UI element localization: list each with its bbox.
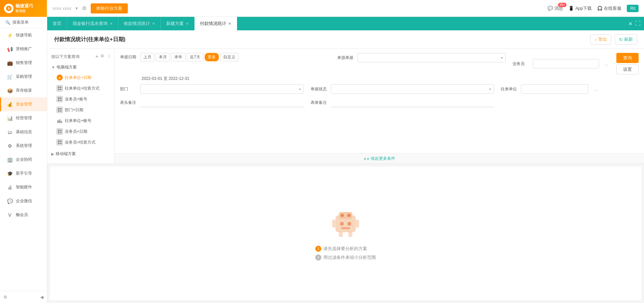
dept-select[interactable]: ▾ (140, 84, 304, 94)
header-note-item: 表头备注 (120, 98, 304, 107)
page-header: 付款情况统计(往来单位+日期) ↑ 导出 ↻ 刷新 (47, 30, 644, 49)
collapse-label: 收起更多条件 (371, 156, 395, 161)
guide-icon: 🎓 (6, 171, 13, 176)
scheme-item-1[interactable]: 往来单位+结算方式 (47, 83, 114, 94)
salesperson-dots[interactable]: ... (602, 60, 611, 67)
date-btn-this-month[interactable]: 本月 (156, 53, 170, 61)
export-icon: ↑ (595, 37, 597, 42)
date-btn-7days[interactable]: 近7天 (187, 53, 203, 61)
sidebar-label-purchase: 采购管理 (16, 74, 32, 80)
settings-button[interactable]: 设置 (616, 64, 639, 74)
refresh-label: 刷新 (624, 36, 633, 42)
sidebar-item-purchase[interactable]: 🛒 采购管理 (0, 70, 47, 84)
voucher-status-select[interactable]: ▾ (331, 84, 494, 94)
tab-payment[interactable]: 付款情况统计 ✕ (195, 17, 237, 30)
footer-settings-icon[interactable]: ⚙ (3, 295, 7, 300)
sidebar-item-basic[interactable]: 🗂 基础信息 (0, 125, 47, 139)
sidebar-item-finance[interactable]: 💰 资金管理 (0, 97, 47, 111)
counterpart-dots[interactable]: ... (591, 86, 600, 93)
sidebar-item-marketing[interactable]: 📢 营销推广 (0, 42, 47, 56)
sidebar-logo: 6 畅捷通巧 标准版 (0, 0, 47, 17)
query-button[interactable]: 查询 (616, 53, 639, 63)
condition-row-2: 部门 ▾ 单据状态 ▾ (120, 84, 639, 94)
voucher-status-item: 单据状态 ▾ (311, 84, 494, 94)
scheme-settings-icon[interactable]: ⚙ (100, 54, 104, 60)
source-item: 来源单据 ▾ (337, 53, 505, 62)
sidebar-item-system[interactable]: ⚙ 系统管理 (0, 139, 47, 153)
sidebar-item-inventory[interactable]: 📦 库存核算 (0, 84, 47, 97)
scheme-item-0[interactable]: ● 往来单位+日期 (47, 72, 114, 83)
search-menu[interactable]: 🔍 搜索菜单 (0, 17, 47, 28)
search-icon: 🔍 (5, 20, 10, 25)
sidebar-item-wechat[interactable]: 💬 企业微信 (0, 194, 47, 208)
system-icon: ⚙ (6, 143, 13, 149)
desktop-section-title[interactable]: ▼ 电脑端方案 (47, 62, 114, 72)
trial-button[interactable]: 体验行业方案 (91, 3, 128, 13)
date-btn-this-year[interactable]: 本年 (171, 53, 185, 61)
scheme-label-4: 往来单位+账号 (65, 118, 91, 124)
tab-maximize-icon[interactable]: ⛶ (635, 21, 641, 27)
salesperson-item: 业务员 ... 查询 设置 (513, 53, 639, 74)
tab-newplan[interactable]: 新建方案 ✕ (161, 17, 195, 30)
source-label: 来源单据 (337, 55, 355, 61)
sales-icon: 💼 (6, 60, 13, 66)
topbar-gear-icon[interactable]: ⚙ (82, 5, 87, 11)
date-range-display: 2022-01-01 至 2022-12-31 (120, 76, 639, 82)
scheme-collapse-icon[interactable]: 《 (106, 54, 110, 60)
scheme-icon-4 (57, 118, 63, 124)
export-button[interactable]: ↑ 导出 (590, 34, 612, 44)
scheme-item-5[interactable]: 业务员+日期 (47, 126, 114, 137)
body-note-input[interactable] (331, 98, 494, 107)
sidebar-item-operations[interactable]: 📊 经营管理 (0, 111, 47, 125)
date-btn-last-month[interactable]: 上月 (140, 53, 154, 61)
sidebar-label-guide: 新手引导 (16, 171, 32, 176)
tab-receivable-close[interactable]: ✕ (152, 22, 155, 26)
date-buttons: 上月 本月 本年 近7天 更多 自定义 (140, 53, 330, 61)
sidebar-item-sales[interactable]: 💼 销售管理 (0, 56, 47, 70)
online-service-btn[interactable]: 🎧 在线客服 (597, 5, 621, 11)
source-select[interactable]: ▾ (357, 53, 505, 62)
scheme-item-4[interactable]: 往来单位+账号 (47, 115, 114, 126)
finance-icon: 💰 (6, 102, 13, 107)
sidebar-label-hardware: 智能硬件 (16, 184, 32, 190)
tab-cashflow[interactable]: 现金银行流水查询 ✕ (67, 17, 118, 30)
marketing-icon: 📢 (6, 47, 13, 52)
tab-receivable[interactable]: 收款情况统计 ✕ (118, 17, 161, 30)
scheme-item-3[interactable]: 部门+日期 (47, 104, 114, 115)
tab-newplan-label: 新建方案 (166, 21, 184, 27)
scheme-item-2[interactable]: 业务员+账号 (47, 94, 114, 104)
tabbar-actions: ✕ ⛶ (625, 17, 644, 30)
content-area: 付款情况统计(往来单位+日期) ↑ 导出 ↻ 刷新 按以下方案查询 + (47, 30, 644, 303)
tab-newplan-close[interactable]: ✕ (186, 22, 189, 26)
app-download-btn[interactable]: 📱 App下载 (568, 5, 592, 11)
sidebar-item-vip[interactable]: V 畅会员 (0, 208, 47, 222)
tab-home[interactable]: 首页 (47, 17, 67, 30)
sidebar-label-vip: 畅会员 (16, 212, 28, 218)
footer-collapse-icon[interactable]: ◀ (40, 295, 43, 300)
counterpart-select[interactable] (521, 84, 588, 94)
status-arrow: ▾ (489, 87, 491, 91)
refresh-button[interactable]: ↻ 刷新 (615, 34, 637, 44)
sidebar-item-guide[interactable]: 🎓 新手引导 (0, 166, 47, 180)
header-note-input[interactable] (140, 98, 304, 107)
svg-point-4 (341, 214, 344, 217)
add-scheme-icon[interactable]: + (95, 54, 98, 60)
topbar-right: 💬 消息 99+ 📱 App下载 🎧 在线客服 Rit (548, 5, 639, 12)
sidebar-label-enterprise: 企业协同 (16, 157, 32, 162)
sidebar-item-hardware[interactable]: 🖨 智能硬件 (0, 180, 47, 194)
topbar-dropdown-arrow[interactable]: ▾ (76, 6, 78, 11)
scheme-item-6[interactable]: 业务员+结算方式 (47, 137, 114, 148)
date-btn-custom[interactable]: 自定义 (220, 53, 238, 61)
tab-cashflow-close[interactable]: ✕ (110, 22, 113, 26)
messages-btn[interactable]: 💬 消息 99+ (548, 5, 563, 11)
tip-num-2: 2 (315, 254, 321, 261)
mobile-section-title[interactable]: ▶ 移动端方案 (47, 149, 114, 159)
date-btn-more[interactable]: 更多 (205, 53, 219, 61)
tab-payment-close[interactable]: ✕ (228, 22, 231, 26)
sidebar-item-quicknav[interactable]: ⚡ 快捷导航 (0, 28, 47, 42)
tab-close-all-icon[interactable]: ✕ (628, 21, 633, 27)
salesperson-select[interactable] (533, 59, 599, 68)
avatar[interactable]: Rit (627, 5, 639, 12)
sidebar-item-enterprise[interactable]: 🏢 企业协同 (0, 153, 47, 166)
collapse-button[interactable]: ∧∧ 收起更多条件 (115, 153, 644, 163)
